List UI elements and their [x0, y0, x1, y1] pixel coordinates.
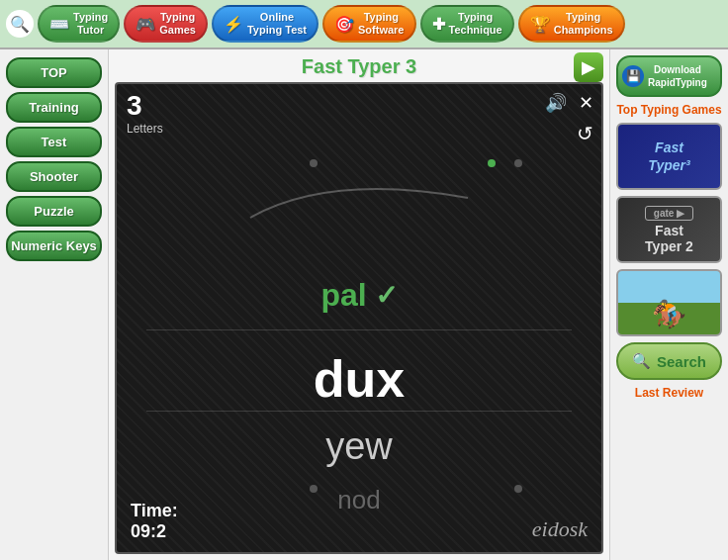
- center-content: Fast Typer 3 ▶ 3 Letters 🔊 ✕: [109, 49, 609, 560]
- game-thumb-fast2[interactable]: gate ▶ FastTyper 2: [616, 196, 722, 263]
- search-icon: 🔍: [632, 352, 651, 370]
- top-navigation: 🔍 ⌨️ Typing Tutor 🎮 Typing Games ⚡ Onlin…: [0, 0, 728, 49]
- left-sidebar: TOP Training Test Shooter Puzzle Numeric…: [0, 49, 109, 560]
- watermark: eidosk: [532, 516, 588, 542]
- game-thumb-fast3[interactable]: Fast Typer³: [616, 123, 722, 190]
- next-game-button[interactable]: ▶: [574, 52, 603, 82]
- download-rapidtyping-button[interactable]: 💾 Download RapidTyping: [616, 55, 722, 97]
- search-icon[interactable]: 🔍: [6, 10, 34, 38]
- sidebar-item-top[interactable]: TOP: [6, 57, 102, 88]
- sidebar-item-numeric[interactable]: Numeric Keys: [6, 231, 102, 261]
- letters-count: 3: [127, 92, 163, 120]
- champions-icon: 🏆: [530, 15, 550, 34]
- sidebar-item-test[interactable]: Test: [6, 127, 102, 157]
- search-button[interactable]: 🔍 Search: [616, 342, 722, 380]
- nav-typing-tutor[interactable]: ⌨️ Typing Tutor: [38, 5, 120, 43]
- letters-label: Letters: [127, 122, 163, 136]
- last-review-label: Last Review: [616, 386, 722, 400]
- sidebar-item-puzzle[interactable]: Puzzle: [6, 196, 102, 227]
- game-controls: 3 Letters: [127, 92, 592, 136]
- sidebar-item-shooter[interactable]: Shooter: [6, 161, 102, 192]
- test-icon: ⚡: [224, 15, 243, 34]
- nav-typing-games[interactable]: 🎮 Typing Games: [124, 5, 208, 43]
- game-icon-group: 🔊 ✕: [545, 92, 593, 114]
- top-typing-games-title: Top Typing Games: [616, 103, 722, 117]
- game-area[interactable]: 3 Letters 🔊 ✕ ↺: [115, 82, 603, 554]
- nav-typing-technique[interactable]: ✚ Typing Technique: [420, 5, 514, 43]
- dot-indicator-right: [514, 159, 522, 167]
- nav-online-test[interactable]: ⚡ Online Typing Test: [212, 5, 318, 43]
- nav-typing-software[interactable]: 🎯 Typing Software: [322, 5, 415, 43]
- restart-button[interactable]: ↺: [577, 122, 593, 145]
- download-icon: 💾: [622, 65, 644, 87]
- game-title-bar: Fast Typer 3 ▶: [115, 55, 603, 78]
- game-timer: Time: 09:2: [131, 501, 178, 542]
- word-completed: pal ✓: [117, 277, 601, 314]
- curve-decoration: [230, 168, 488, 228]
- tutor-icon: ⌨️: [49, 15, 69, 34]
- word-next1: yew: [117, 425, 601, 468]
- sidebar-item-training[interactable]: Training: [6, 92, 102, 123]
- letters-info: 3 Letters: [127, 92, 163, 136]
- game-thumb-horse[interactable]: 🏇: [616, 269, 722, 336]
- technique-icon: ✚: [432, 15, 445, 34]
- software-icon: 🎯: [334, 15, 354, 34]
- sound-toggle-button[interactable]: 🔊: [545, 92, 567, 114]
- dot-indicator-active: [488, 159, 496, 167]
- right-sidebar: 💾 Download RapidTyping Top Typing Games …: [609, 49, 728, 560]
- separator-line-bottom: [146, 411, 572, 412]
- word-current: dux: [117, 349, 601, 409]
- separator-line-top: [146, 329, 572, 330]
- close-button[interactable]: ✕: [579, 92, 593, 114]
- dot-indicator: [310, 159, 318, 167]
- word-next2: nod: [117, 485, 601, 515]
- nav-typing-champions[interactable]: 🏆 Typing Champions: [518, 5, 625, 43]
- game-title: Fast Typer 3: [302, 55, 416, 78]
- games-icon: 🎮: [136, 15, 155, 34]
- main-layout: TOP Training Test Shooter Puzzle Numeric…: [0, 49, 728, 560]
